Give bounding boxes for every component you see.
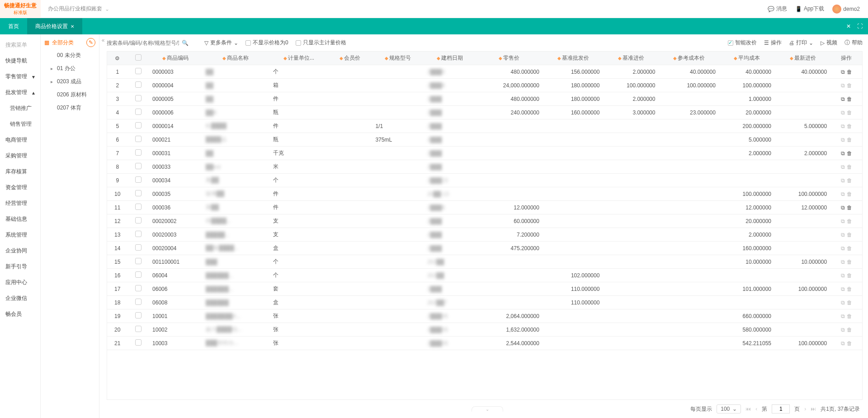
row-checkbox[interactable] [135,122,142,128]
delete-icon[interactable]: 🗑 [847,286,852,292]
gear-icon[interactable]: ⚙ [115,55,120,62]
row-checkbox[interactable] [135,326,142,332]
sidebar-item-wholesale[interactable]: 批发管理▴ [0,85,40,100]
row-checkbox[interactable] [135,231,142,237]
row-checkbox[interactable] [135,109,142,115]
table-row[interactable]: 20000004██箱2███824,000.000000180.0000001… [107,79,862,92]
delete-icon[interactable]: 🗑 [847,164,852,170]
row-checkbox[interactable] [135,204,142,210]
copy-icon[interactable]: ⧉ [841,259,845,265]
delete-icon[interactable]: 🗑 [847,313,852,319]
delete-icon[interactable]: 🗑 [847,82,852,89]
sidebar-item-purchase[interactable]: 采购管理 [0,148,40,164]
delete-icon[interactable]: 🗑 [847,272,852,279]
row-checkbox[interactable] [135,299,142,305]
sidebar-item-finance[interactable]: 资金管理 [0,180,40,195]
sidebar-item-guide[interactable]: 新手引导 [0,259,40,275]
row-checkbox[interactable] [135,149,142,156]
row-checkbox[interactable] [135,258,142,264]
column-header[interactable]: ◆基准批发价 [543,52,603,65]
copy-icon[interactable]: ⧉ [841,69,845,75]
delete-icon[interactable]: 🗑 [847,245,852,252]
page-input[interactable] [772,404,790,413]
delete-icon[interactable]: 🗑 [847,137,852,143]
copy-icon[interactable]: ⧉ [841,232,845,238]
delete-icon[interactable]: 🗑 [847,327,852,333]
sidebar-item-basic[interactable]: 基础信息 [0,211,40,227]
copy-icon[interactable]: ⧉ [841,191,845,197]
copy-icon[interactable]: ⧉ [841,299,845,306]
tab-price-settings[interactable]: 商品价格设置 ✕ [27,18,82,34]
row-checkbox[interactable] [135,163,142,169]
row-checkbox[interactable] [135,136,142,142]
copy-icon[interactable]: ⧉ [841,313,845,319]
tab-home[interactable]: 首页 [0,18,27,34]
delete-icon[interactable]: 🗑 [847,109,852,116]
sidebar-item-retail[interactable]: 零售管理▾ [0,69,40,85]
sidebar-item-ecommerce[interactable]: 电商管理 [0,132,40,148]
next-page-button[interactable]: › [804,406,806,412]
row-checkbox[interactable] [135,244,142,251]
copy-icon[interactable]: ⧉ [841,340,845,347]
row-checkbox[interactable] [135,68,142,74]
copy-icon[interactable]: ⧉ [841,245,845,252]
category-item[interactable]: ▸01 办公 [41,62,99,75]
table-row[interactable]: 1200020002得████...支2███60.00000020.00000… [107,214,862,228]
column-header[interactable]: ◆建档日期 [424,52,476,65]
column-header[interactable]: ◆会员价 [328,52,372,65]
column-header[interactable]: ◆商品编码 [149,52,202,65]
delete-icon[interactable]: 🗑 [847,191,852,197]
delete-icon[interactable]: 🗑 [847,259,852,265]
delete-icon[interactable]: 🗑 [847,177,852,184]
sidebar-item-system[interactable]: 系统管理 [0,227,40,243]
collapse-category-button[interactable]: « [99,34,107,418]
row-checkbox[interactable] [135,176,142,183]
row-checkbox[interactable] [135,339,142,346]
column-header[interactable]: ◆计量单位... [269,52,328,65]
category-all[interactable]: ▦ 全部分类 ✎ [41,36,99,49]
messages-button[interactable]: 💬消息 [768,5,787,13]
sidebar-item-appcenter[interactable]: 应用中心 [0,275,40,290]
print-button[interactable]: 🖨打印⌄ [789,39,813,47]
close-all-icon[interactable]: ✕ [846,23,851,29]
row-checkbox[interactable] [135,312,142,318]
column-header[interactable]: ◆平均成本 [719,52,775,65]
row-checkbox[interactable] [135,217,142,223]
table-row[interactable]: 1606004██████...个202██102.000000⧉🗑 [107,269,862,282]
edit-category-button[interactable]: ✎ [86,38,95,47]
table-row[interactable]: 2110003███所特办...张2███052,544.000000542.2… [107,337,862,350]
table-row[interactable]: 11000036测██件2███812.00000012.00000012.00… [107,201,862,214]
copy-icon[interactable]: ⧉ [841,137,845,143]
delete-icon[interactable]: 🗑 [847,299,852,306]
user-menu[interactable]: demo2 [832,5,860,14]
column-header[interactable]: ◆商品名称 [202,52,269,65]
select-all-checkbox[interactable] [135,54,142,61]
sidebar-item-wework[interactable]: 企业微信 [0,290,40,306]
sidebar-item-member[interactable]: 畅会员 [0,306,40,322]
hide-zero-checkbox[interactable]: 不显示价格为0 [245,39,288,47]
table-row[interactable]: 1400020004██客████...盒2███475.200000160.0… [107,242,862,255]
delete-icon[interactable]: 🗑 [847,123,852,129]
prev-page-button[interactable]: ‹ [755,406,757,412]
sidebar-item-operation[interactable]: 经营管理 [0,195,40,211]
sidebar-sub-sales[interactable]: 销售管理 [0,116,40,132]
copy-icon[interactable]: ⧉ [841,204,845,211]
delete-icon[interactable]: 🗑 [847,150,852,157]
delete-icon[interactable]: 🗑 [847,69,852,75]
close-icon[interactable]: ✕ [71,24,74,29]
category-item[interactable]: 0206 原材料 [41,88,99,101]
table-row[interactable]: 8000033██est米2███⧉🗑 [107,160,862,174]
search-icon[interactable]: 🔍 [182,40,189,46]
search-box[interactable]: 🔍 [107,40,197,46]
expand-handle[interactable]: ⌄ [472,406,503,412]
table-row[interactable]: 1910001███████A...张2███052,064.000000660… [107,309,862,323]
table-row[interactable]: 10000003██个2███0480.000000156.0000002.00… [107,65,862,79]
delete-icon[interactable]: 🗑 [847,340,852,347]
row-checkbox[interactable] [135,95,142,101]
column-header[interactable]: ◆最新进价 [775,52,830,65]
more-conditions-button[interactable]: ▽更多条件⌄ [204,39,238,47]
table-row[interactable]: 1706006██████...套2███110.000000101.00000… [107,282,862,296]
table-container[interactable]: ⚙◆商品编码◆商品名称◆计量单位...◆会员价◆规格型号◆建档日期◆零售价◆基准… [107,51,863,400]
copy-icon[interactable]: ⧉ [841,286,845,292]
table-row[interactable]: 10000035玻璃██件20██-13100.000000100.000000… [107,187,862,201]
